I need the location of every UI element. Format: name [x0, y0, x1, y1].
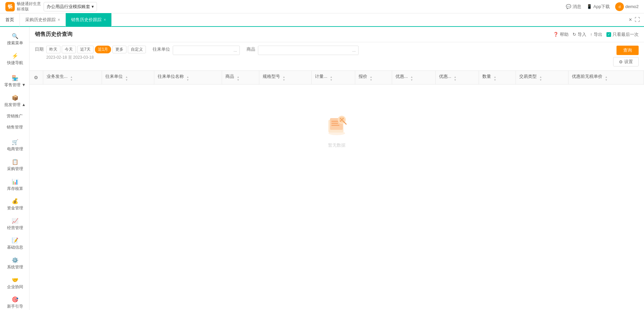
goods-input[interactable]: ...: [258, 46, 359, 55]
th-spec[interactable]: 规格型号 ▲ ▼: [259, 71, 311, 85]
help-btn[interactable]: ❓ 帮助: [553, 32, 569, 38]
sidebar-item-retail[interactable]: 🏪 零售管理 ▼: [0, 71, 29, 91]
th-tax-price[interactable]: 优惠前无税单价 ▲ ▼: [568, 71, 644, 85]
search-icon: 🔍: [12, 33, 18, 39]
empty-text: 暂无数据: [328, 142, 345, 148]
page-actions: ❓ 帮助 ↻ 导入 ↑ 导出 ✓ 只看最后一次: [553, 32, 639, 38]
goods-filter-label: 商品: [247, 46, 255, 52]
app-download-btn[interactable]: 📱 App下载: [587, 4, 610, 10]
table-container[interactable]: ⚙ 业务发生... ▲ ▼ 往来单位 ▲: [30, 71, 644, 310]
chevron-down-icon: ▾: [92, 4, 94, 9]
date-btn-7days[interactable]: 近7天: [77, 46, 94, 53]
sidebar-item-guide[interactable]: 🎯 新手引导: [0, 293, 29, 310]
data-table: ⚙ 业务发生... ▲ ▼ 往来单位 ▲: [30, 71, 644, 85]
th-discount1[interactable]: 优惠... ▲ ▼: [392, 71, 436, 85]
logo-icon: 畅: [5, 2, 15, 11]
sort-arrows-quote: ▲ ▼: [370, 76, 372, 82]
settings-button[interactable]: ⚙ 设置: [613, 57, 639, 66]
party-input[interactable]: ...: [173, 46, 240, 55]
content-area: 销售历史价查询 ❓ 帮助 ↻ 导入 ↑ 导出 ✓: [30, 27, 644, 310]
sidebar-item-sales-mgmt[interactable]: 销售管理: [0, 122, 29, 133]
th-party-name[interactable]: 往来单位名称 ▲ ▼: [154, 71, 222, 85]
topbar: 畅 畅捷通好生意 标准版 办公用品行业模拟账套 ▾ 💬 消息 📱 App下载 d…: [0, 0, 644, 13]
import-icon: ↻: [573, 32, 576, 37]
svg-rect-4: [331, 123, 338, 124]
th-quote[interactable]: 报价 ▲ ▼: [355, 71, 392, 85]
sort-arrows-trade-type: ▲ ▼: [539, 76, 542, 82]
topbar-right: 💬 消息 📱 App下载 d demo2: [566, 2, 639, 11]
system-icon: ⚙️: [12, 257, 18, 263]
date-btn-more[interactable]: 更多: [112, 46, 126, 53]
sort-arrows-biz-date: ▲ ▼: [70, 76, 73, 82]
svg-rect-5: [331, 125, 339, 126]
enterprise-icon: 🤝: [12, 277, 18, 283]
sidebar-item-basic-info[interactable]: 📝 基础信息: [0, 234, 29, 254]
th-discount2[interactable]: 优惠... ▲ ▼: [435, 71, 479, 85]
sidebar-item-operations[interactable]: 📈 经营管理: [0, 214, 29, 234]
guide-icon: 🎯: [12, 296, 18, 303]
th-goods[interactable]: 商品 ▲ ▼: [222, 71, 259, 85]
date-filter-group: 日期 昨天 今天 近7天 近1月 更多 自定义 2023-02-18 至 202…: [35, 46, 146, 60]
sidebar-item-finance[interactable]: 💰 资金管理: [0, 195, 29, 214]
shortcut-icon: ⚡: [12, 53, 18, 59]
party-input-dots: ...: [233, 48, 237, 53]
tab-purchase-history-close[interactable]: ×: [58, 17, 60, 22]
export-btn[interactable]: ↑ 导出: [590, 32, 603, 38]
th-party-code[interactable]: 往来单位 ▲ ▼: [102, 71, 154, 85]
tabbar: 首页 采购历史价跟踪 × 销售历史价跟踪 × × ⛶: [0, 13, 644, 27]
date-btn-custom[interactable]: 自定义: [128, 46, 146, 53]
sort-arrows-discount1: ▲ ▼: [411, 76, 413, 82]
sidebar-item-ecommerce[interactable]: 🛒 电商管理: [0, 136, 29, 155]
tabbar-actions: × ⛶: [629, 17, 644, 23]
sidebar-item-inventory[interactable]: 📊 库存核算: [0, 175, 29, 195]
sidebar-item-purchase[interactable]: 📋 采购管理: [0, 155, 29, 175]
main-layout: 🔍 搜索菜单 ⚡ 快捷导航 🏪 零售管理 ▼ 📦 批发管理 ▲ 营销推广 销售管…: [0, 27, 644, 310]
app-selector[interactable]: 办公用品行业模拟账套 ▾: [44, 2, 97, 11]
close-window-btn[interactable]: ×: [629, 17, 632, 23]
date-btn-yesterday[interactable]: 昨天: [46, 46, 60, 53]
sidebar-item-search[interactable]: 🔍 搜索菜单: [0, 30, 29, 49]
only-last-checkbox[interactable]: ✓ 只看最后一次: [606, 32, 639, 38]
date-btn-1month[interactable]: 近1月: [95, 46, 111, 53]
help-icon: ❓: [553, 32, 558, 37]
filter-right: 查询 ⚙ 设置: [613, 46, 639, 66]
sidebar-item-shortcut[interactable]: ⚡ 快捷导航: [0, 49, 29, 69]
search-button[interactable]: 查询: [616, 46, 639, 55]
message-btn[interactable]: 💬 消息: [566, 4, 581, 10]
th-trade-type[interactable]: 交易类型 ▲ ▼: [516, 71, 568, 85]
date-btn-today[interactable]: 今天: [62, 46, 76, 53]
sort-arrows-goods: ▲ ▼: [237, 76, 239, 82]
expand-window-btn[interactable]: ⛶: [635, 17, 640, 23]
sidebar-item-marketing[interactable]: 营销推广: [0, 111, 29, 122]
sidebar-item-enterprise[interactable]: 🤝 企业协同: [0, 273, 29, 293]
export-icon: ↑: [590, 32, 593, 37]
avatar: d: [615, 2, 624, 11]
empty-illustration: [323, 111, 350, 138]
empty-icon: [323, 111, 350, 138]
sort-arrows-party-name: ▲ ▼: [186, 76, 189, 82]
party-filter-group: 往来单位 ...: [153, 46, 240, 55]
column-settings-btn[interactable]: ⚙: [33, 74, 39, 81]
th-settings: ⚙: [30, 71, 43, 85]
logo-area: 畅 畅捷通好生意 标准版: [5, 1, 41, 12]
tab-sales-history-close[interactable]: ×: [104, 17, 106, 22]
sidebar-item-system[interactable]: ⚙️ 系统管理: [0, 254, 29, 273]
th-unit[interactable]: 计量... ▲ ▼: [312, 71, 355, 85]
filter-bar: 日期 昨天 今天 近7天 近1月 更多 自定义 2023-02-18 至 202…: [30, 42, 644, 71]
user-menu[interactable]: d demo2: [615, 2, 639, 11]
tab-purchase-history[interactable]: 采购历史价跟踪 ×: [20, 13, 66, 27]
basic-info-icon: 📝: [12, 237, 18, 244]
date-buttons: 昨天 今天 近7天 近1月 更多 自定义: [46, 46, 146, 53]
sort-arrows-tax-price: ▲ ▼: [605, 76, 607, 82]
date-filter-label: 日期: [35, 46, 44, 52]
goods-input-dots: ...: [352, 48, 356, 53]
sidebar-item-wholesale[interactable]: 📦 批发管理 ▲: [0, 91, 29, 111]
import-btn[interactable]: ↻ 导入: [573, 32, 586, 38]
sidebar: 🔍 搜索菜单 ⚡ 快捷导航 🏪 零售管理 ▼ 📦 批发管理 ▲ 营销推广 销售管…: [0, 27, 30, 310]
th-biz-date[interactable]: 业务发生... ▲ ▼: [43, 71, 102, 85]
th-qty[interactable]: 数量 ▲ ▼: [479, 71, 516, 85]
table-header: ⚙ 业务发生... ▲ ▼ 往来单位 ▲: [30, 71, 644, 85]
sort-arrows-qty: ▲ ▼: [494, 76, 496, 82]
tab-sales-history[interactable]: 销售历史价跟踪 ×: [66, 13, 112, 27]
tab-home[interactable]: 首页: [0, 13, 20, 27]
